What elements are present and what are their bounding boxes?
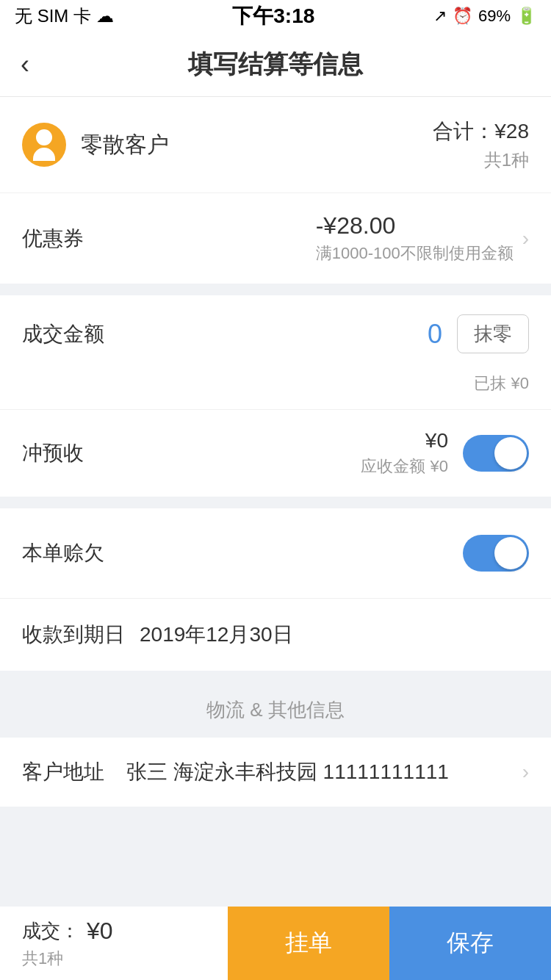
address-section: 客户地址 张三 海淀永丰科技园 11111111111 › [0, 738, 551, 807]
back-button[interactable]: ‹ [21, 49, 29, 80]
page-title: 填写结算等信息 [188, 48, 363, 82]
due-date-value: 2019年12月30日 [140, 621, 293, 649]
total-amount: 合计：¥28 [433, 118, 529, 145]
total-count: 共1种 [433, 148, 529, 172]
address-label: 客户地址 [22, 758, 104, 786]
coupon-row[interactable]: 优惠券 -¥28.00 满1000-100不限制使用金额 › [0, 192, 551, 284]
status-left: 无 SIM 卡 ☁ [15, 4, 114, 28]
deal-section: 成交金额 0 抹零 已抹 ¥0 冲预收 ¥0 应收金额 ¥0 [0, 295, 551, 497]
deal-right: 0 抹零 [428, 314, 529, 353]
prepay-main-value: ¥0 [361, 429, 448, 453]
nav-bar: ‹ 填写结算等信息 [0, 32, 551, 97]
logistics-section-header: 物流 & 其他信息 [0, 682, 551, 738]
customer-left: 零散客户 [22, 123, 169, 167]
avatar-person-icon [33, 129, 55, 161]
prepay-right: ¥0 应收金额 ¥0 [361, 429, 529, 478]
signal-text: 无 SIM 卡 ☁ [15, 4, 114, 28]
deal-label: 成交金额 [22, 320, 104, 348]
status-right: ↗ ⏰ 69% 🔋 [433, 7, 536, 26]
customer-name: 零散客户 [81, 130, 169, 160]
toggle-knob [494, 437, 527, 469]
bottom-count: 共1种 [22, 948, 206, 970]
prepay-label: 冲预收 [22, 439, 84, 467]
deal-subtext: 已抹 ¥0 [0, 372, 551, 409]
debt-label: 本单赊欠 [22, 539, 104, 567]
due-date-label: 收款到期日 [22, 621, 125, 649]
coupon-values: -¥28.00 满1000-100不限制使用金额 [316, 212, 514, 264]
round-button[interactable]: 抹零 [457, 314, 529, 353]
address-row[interactable]: 客户地址 张三 海淀永丰科技园 11111111111 › [0, 738, 551, 807]
bottom-info: 成交： ¥0 共1种 [0, 918, 228, 970]
status-bar: 无 SIM 卡 ☁ 下午3:18 ↗ ⏰ 69% 🔋 [0, 0, 551, 32]
avatar [22, 123, 66, 167]
bottom-deal-amount: ¥0 [87, 918, 113, 945]
logistics-title: 物流 & 其他信息 [206, 699, 345, 721]
debt-section: 本单赊欠 收款到期日 2019年12月30日 [0, 508, 551, 671]
customer-row: 零散客户 合计：¥28 共1种 [0, 97, 551, 192]
battery-icon: 🔋 [516, 7, 536, 26]
bottom-bar: 成交： ¥0 共1种 挂单 保存 [0, 907, 551, 980]
due-date-row[interactable]: 收款到期日 2019年12月30日 [0, 598, 551, 671]
debt-toggle[interactable] [463, 535, 529, 572]
address-chevron-icon: › [522, 760, 529, 784]
coupon-right: -¥28.00 满1000-100不限制使用金额 › [316, 212, 529, 264]
prepay-sub-value: 应收金额 ¥0 [361, 455, 448, 478]
coupon-value: -¥28.00 [316, 212, 514, 239]
debt-toggle-knob [494, 537, 527, 569]
coupon-label: 优惠券 [22, 225, 84, 253]
main-content: 零散客户 合计：¥28 共1种 优惠券 -¥28.00 满1000-100不限制… [0, 97, 551, 907]
prepay-toggle[interactable] [463, 435, 529, 472]
address-value: 张三 海淀永丰科技园 11111111111 [126, 758, 522, 786]
status-time: 下午3:18 [232, 2, 314, 30]
prepay-row: 冲预收 ¥0 应收金额 ¥0 [0, 409, 551, 497]
customer-right: 合计：¥28 共1种 [433, 118, 529, 172]
bottom-deal: 成交： ¥0 [22, 918, 206, 945]
bottom-deal-label: 成交： [22, 918, 79, 944]
customer-section: 零散客户 合计：¥28 共1种 优惠券 -¥28.00 满1000-100不限制… [0, 97, 551, 284]
pending-button[interactable]: 挂单 [228, 907, 389, 980]
save-button[interactable]: 保存 [389, 907, 551, 980]
prepay-values: ¥0 应收金额 ¥0 [361, 429, 448, 478]
deal-value: 0 [428, 319, 442, 350]
chevron-right-icon: › [522, 227, 529, 251]
deal-row: 成交金额 0 抹零 [0, 295, 551, 372]
location-icon: ↗ [433, 7, 447, 26]
coupon-subtext: 满1000-100不限制使用金额 [316, 242, 514, 264]
debt-row: 本单赊欠 [0, 508, 551, 598]
battery-text: 69% [478, 7, 511, 26]
alarm-icon: ⏰ [453, 7, 472, 26]
